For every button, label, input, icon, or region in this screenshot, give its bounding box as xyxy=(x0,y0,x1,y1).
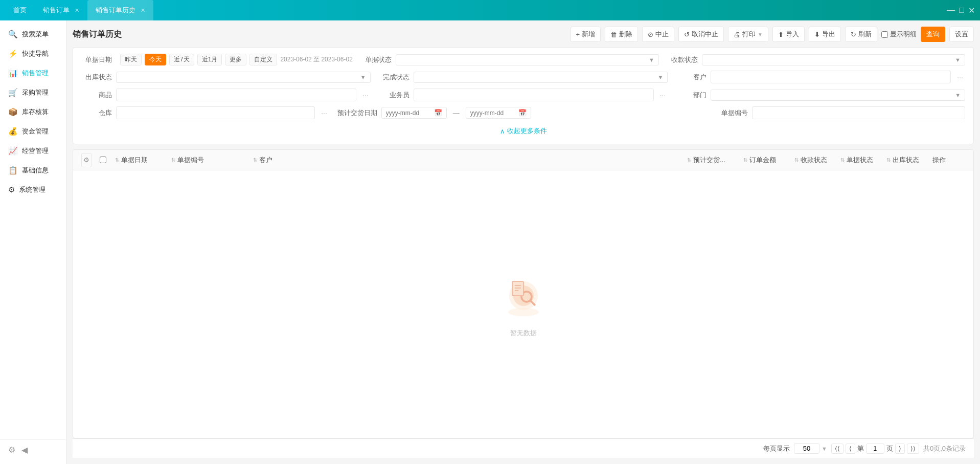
product-input[interactable] xyxy=(116,89,356,101)
payment-status-select[interactable]: ▼ xyxy=(702,54,965,65)
query-button[interactable]: 查询 xyxy=(921,27,945,42)
print-icon: 🖨 xyxy=(734,31,740,38)
complete-status-select[interactable]: ▼ xyxy=(414,72,668,83)
date-btn-yesterday[interactable]: 昨天 xyxy=(120,54,142,65)
delete-button[interactable]: 🗑 删除 xyxy=(605,27,638,42)
sidebar: 🔍 搜索菜单 ⚡ 快捷导航 📊 销售管理 🛒 采购管理 📦 库存核算 💰 资金管… xyxy=(0,20,66,464)
column-settings-gear[interactable]: ⚙ xyxy=(81,153,92,167)
tab-home[interactable]: 首页 xyxy=(5,0,35,20)
sidebar-item-basic-info[interactable]: 📋 基础信息 xyxy=(0,161,66,180)
date-btn-more[interactable]: 更多 xyxy=(225,54,246,65)
display-detail-checkbox[interactable] xyxy=(881,31,888,38)
import-button[interactable]: ⬆ 导入 xyxy=(772,27,805,42)
tab-sales-history[interactable]: 销售订单历史 ✕ xyxy=(87,0,153,20)
add-button[interactable]: + 新增 xyxy=(571,27,601,42)
th-pay-status: ⇅ 收款状态 xyxy=(790,156,836,165)
delivery-date-start[interactable]: 📅 xyxy=(381,107,447,119)
date-btn-1month[interactable]: 近1月 xyxy=(197,54,222,65)
next-page-btn[interactable]: ⟩ xyxy=(895,444,905,454)
empty-text: 暂无数据 xyxy=(510,328,537,338)
date-btn-today[interactable]: 今天 xyxy=(145,54,166,65)
delivery-date-label: 预计交货日期 xyxy=(337,108,377,118)
stop-button[interactable]: ⊘ 中止 xyxy=(642,27,674,42)
tab-sales-order-close[interactable]: ✕ xyxy=(75,7,79,14)
close-window-icon[interactable]: ✕ xyxy=(968,6,975,15)
cal-end-icon: 📅 xyxy=(518,109,527,117)
doc-status-select[interactable]: ▼ xyxy=(396,54,659,65)
sidebar-item-finance[interactable]: 💰 资金管理 xyxy=(0,122,66,141)
import-icon: ⬆ xyxy=(778,31,784,38)
total-info: 共0页,0条记录 xyxy=(923,444,966,453)
sort-amount-icon[interactable]: ⇅ xyxy=(743,157,747,163)
table-container: ⚙ ⇅ 单据日期 ⇅ 单据编号 ⇅ 客户 ⇅ xyxy=(73,149,974,438)
customer-input[interactable] xyxy=(711,71,951,83)
filter-row-1: 单据日期 昨天 今天 近7天 近1月 更多 自定义 2023-06-02 至 2… xyxy=(81,54,965,65)
delivery-start-input[interactable] xyxy=(386,109,432,117)
docno-input[interactable] xyxy=(752,106,965,119)
filter-row-3: 商品 ··· 业务员 ··· 部门 ▼ xyxy=(81,89,965,101)
select-all-checkbox[interactable] xyxy=(100,157,106,163)
first-page-btn[interactable]: ⟨⟨ xyxy=(831,444,844,454)
collapse-sidebar-icon[interactable]: ◀ xyxy=(21,445,28,455)
sort-delivery-icon[interactable]: ⇅ xyxy=(687,157,691,163)
cancel-stop-icon: ↺ xyxy=(684,31,690,38)
add-icon: + xyxy=(576,31,580,38)
sort-doc-status-icon[interactable]: ⇅ xyxy=(840,157,845,163)
cancel-stop-button[interactable]: ↺ 取消中止 xyxy=(678,27,724,42)
export-button[interactable]: ⬇ 导出 xyxy=(809,27,841,42)
sort-docno-icon[interactable]: ⇅ xyxy=(171,157,175,163)
complete-status-arrow: ▼ xyxy=(657,74,663,80)
sidebar-item-sales[interactable]: 📊 销售管理 xyxy=(0,63,66,83)
sidebar-item-system[interactable]: ⚙ 系统管理 xyxy=(0,180,66,200)
tab-sales-history-close[interactable]: ✕ xyxy=(141,7,145,14)
page-title: 销售订单历史 xyxy=(73,29,122,40)
maximize-icon[interactable]: □ xyxy=(959,6,964,15)
sort-pay-status-icon[interactable]: ⇅ xyxy=(794,157,799,163)
settings-button[interactable]: 设置 xyxy=(949,27,974,42)
date-btn-custom[interactable]: 自定义 xyxy=(249,54,277,65)
sort-date-icon[interactable]: ⇅ xyxy=(115,157,119,163)
current-page-input[interactable] xyxy=(866,444,884,454)
refresh-button[interactable]: ↻ 刷新 xyxy=(845,27,877,42)
main-layout: 🔍 搜索菜单 ⚡ 快捷导航 📊 销售管理 🛒 采购管理 📦 库存核算 💰 资金管… xyxy=(0,20,980,464)
docno-section: 单据编号 xyxy=(717,106,965,119)
sidebar-item-purchase[interactable]: 🛒 采购管理 xyxy=(0,83,66,102)
delivery-end-input[interactable] xyxy=(470,109,516,117)
finance-icon: 💰 xyxy=(8,127,18,136)
out-status-select[interactable]: ▼ xyxy=(116,72,371,83)
page-size-arrow[interactable]: ▼ xyxy=(822,446,827,452)
top-bar: 首页 销售订单 ✕ 销售订单历史 ✕ — □ ✕ xyxy=(0,0,980,20)
delivery-date-end[interactable]: 📅 xyxy=(466,107,531,119)
warehouse-dots[interactable]: ··· xyxy=(319,109,329,117)
warehouse-section: 仓库 ··· xyxy=(81,106,329,119)
sidebar-item-inventory[interactable]: 📦 库存核算 xyxy=(0,102,66,122)
sort-customer-icon[interactable]: ⇅ xyxy=(253,157,257,163)
warehouse-input[interactable] xyxy=(116,106,315,119)
dept-select[interactable]: ▼ xyxy=(711,90,965,101)
sidebar-item-operations[interactable]: 📈 经营管理 xyxy=(0,141,66,161)
page-size-select[interactable]: ▼ xyxy=(794,443,827,454)
collapse-btn[interactable]: ∧ 收起更多条件 xyxy=(81,124,965,138)
display-detail-label[interactable]: 显示明细 xyxy=(881,30,917,39)
sidebar-item-quicknav[interactable]: ⚡ 快捷导航 xyxy=(0,44,66,63)
export-icon: ⬇ xyxy=(814,31,820,38)
sort-out-status-icon[interactable]: ⇅ xyxy=(886,157,891,163)
product-dots[interactable]: ··· xyxy=(360,91,371,99)
system-icon: ⚙ xyxy=(8,185,15,194)
date-btn-7days[interactable]: 近7天 xyxy=(169,54,194,65)
last-page-btn[interactable]: ⟩⟩ xyxy=(907,444,919,454)
print-button[interactable]: 🖨 打印 ▼ xyxy=(728,27,768,42)
customer-dots[interactable]: ··· xyxy=(955,73,965,81)
th-settings[interactable]: ⚙ xyxy=(77,153,96,167)
salesperson-input[interactable] xyxy=(414,89,654,101)
settings-bottom-icon[interactable]: ⚙ xyxy=(8,445,15,455)
tab-sales-order[interactable]: 销售订单 ✕ xyxy=(35,0,87,20)
prev-page-btn[interactable]: ⟨ xyxy=(846,444,855,454)
th-checkbox[interactable] xyxy=(96,157,111,163)
sidebar-item-search[interactable]: 🔍 搜索菜单 xyxy=(0,25,66,44)
salesperson-dots[interactable]: ··· xyxy=(658,91,668,99)
page-size-input[interactable] xyxy=(794,443,819,454)
minimize-icon[interactable]: — xyxy=(947,6,955,15)
empty-illustration xyxy=(498,271,549,322)
out-status-label: 出库状态 xyxy=(81,73,112,82)
